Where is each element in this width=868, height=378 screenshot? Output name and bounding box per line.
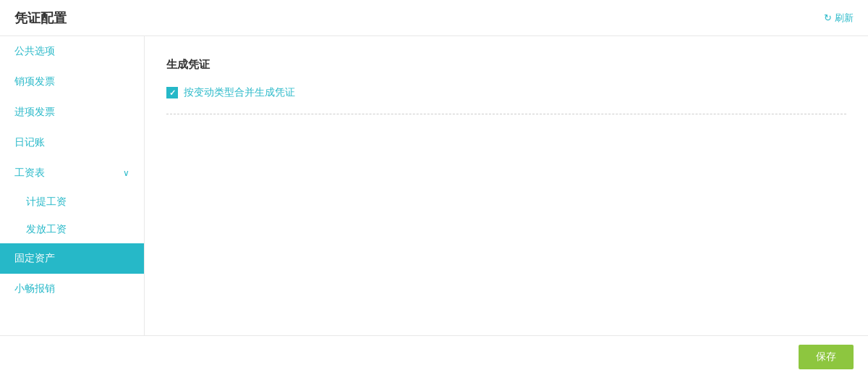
sidebar-item-purchase-invoice[interactable]: 进项发票 [0,97,144,127]
sidebar-item-label: 进项发票 [14,106,55,119]
checkbox-row: ✓ 按变动类型合并生成凭证 [166,86,846,99]
sidebar-item-expense[interactable]: 小畅报销 [0,274,144,304]
sidebar-item-label: 销项发票 [14,75,55,88]
sidebar-item-label: 日记账 [14,136,45,149]
sidebar-sub-item-label: 计提工资 [26,196,67,207]
checkbox-label: 按变动类型合并生成凭证 [184,86,295,99]
merge-voucher-checkbox[interactable]: ✓ [166,87,178,98]
page-wrapper: 凭证配置 ↻ 刷新 公共选项 销项发票 进项发票 日记账 工资表 ∨ [0,0,868,378]
checkmark-icon: ✓ [169,88,176,98]
chevron-down-icon: ∨ [123,168,129,178]
main-content: 公共选项 销项发票 进项发票 日记账 工资表 ∨ 计提工资 发放工资 固定资 [0,36,868,335]
sidebar-item-label: 工资表 [14,167,45,180]
footer: 保存 [0,335,868,378]
sidebar-item-pay-payroll[interactable]: 发放工资 [0,216,144,243]
sidebar-item-label: 公共选项 [14,45,55,58]
sidebar-item-fixed-assets[interactable]: 固定资产 [0,243,144,274]
refresh-icon: ↻ [824,12,832,23]
sidebar-item-calc-payroll[interactable]: 计提工资 [0,188,144,216]
save-button[interactable]: 保存 [799,345,854,369]
sidebar: 公共选项 销项发票 进项发票 日记账 工资表 ∨ 计提工资 发放工资 固定资 [0,36,145,335]
refresh-label: 刷新 [835,12,854,25]
sidebar-item-label: 固定资产 [14,252,55,265]
section-divider [166,114,846,114]
content-area: 生成凭证 ✓ 按变动类型合并生成凭证 [145,36,868,335]
sidebar-item-public[interactable]: 公共选项 [0,36,144,67]
sidebar-item-payroll[interactable]: 工资表 ∨ [0,158,144,188]
sidebar-item-label: 小畅报销 [14,282,55,295]
sidebar-sub-item-label: 发放工资 [26,223,67,235]
sidebar-item-journal[interactable]: 日记账 [0,127,144,158]
refresh-button[interactable]: ↻ 刷新 [824,12,854,25]
page-title: 凭证配置 [14,9,67,27]
section-title: 生成凭证 [166,58,846,72]
sidebar-item-sales-invoice[interactable]: 销项发票 [0,67,144,97]
header: 凭证配置 ↻ 刷新 [0,0,868,36]
